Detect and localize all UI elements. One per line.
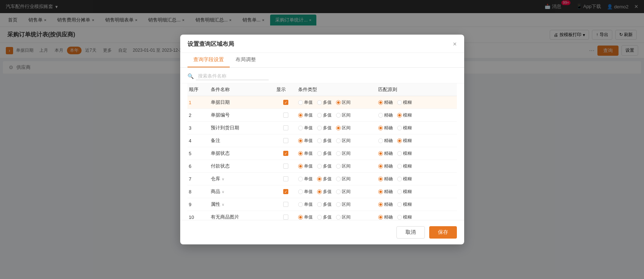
dialog-tab-query-fields[interactable]: 查询字段设置	[187, 53, 230, 67]
dialog-tab-layout[interactable]: 布局调整	[230, 53, 262, 67]
dialog-title: 设置查询区域布局	[187, 40, 234, 48]
dialog-header: 设置查询区域布局 ×	[180, 35, 464, 53]
search-icon: 🔍	[187, 73, 194, 77]
dialog-tabs: 查询字段设置 布局调整	[180, 53, 464, 68]
dialog: 设置查询区域布局 × 查询字段设置 布局调整 🔍 顺序 条件名称 显示 条件类型	[180, 35, 464, 77]
dialog-close-button[interactable]: ×	[453, 40, 457, 48]
dialog-search-area: 🔍	[180, 68, 464, 77]
modal-overlay[interactable]: 设置查询区域布局 × 查询字段设置 布局调整 🔍 顺序 条件名称 显示 条件类型	[0, 0, 644, 77]
search-input[interactable]	[196, 72, 269, 77]
